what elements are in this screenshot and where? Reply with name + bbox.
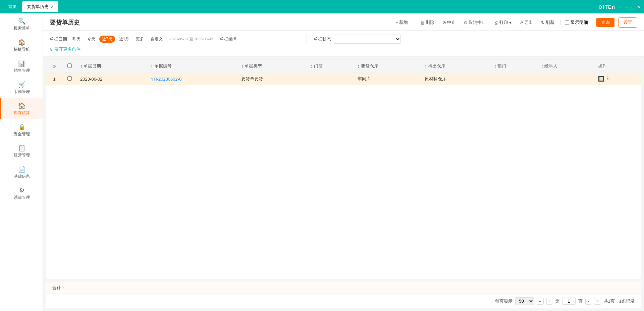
history-tab-label: 要货单历史 bbox=[27, 4, 49, 10]
page-size-select[interactable]: 20 50 100 200 bbox=[515, 297, 534, 305]
settings-col-header[interactable]: ⚙ bbox=[46, 60, 63, 73]
sidebar-item-inventory[interactable]: 🏠 库存核算 bbox=[0, 98, 43, 119]
row-checkbox[interactable] bbox=[67, 76, 72, 81]
date-btn-more[interactable]: 更多 bbox=[133, 36, 147, 43]
reqwarehouse-col-header[interactable]: ↕ 要货仓库 bbox=[354, 60, 421, 73]
pendwarehouse-col-label: ↕ 待出仓库 bbox=[425, 63, 445, 69]
row-store bbox=[307, 73, 354, 85]
no-col-label: ↕ 单据编号 bbox=[151, 63, 172, 69]
purchase-icon: 🛒 bbox=[18, 82, 25, 88]
row-no-link[interactable]: YH-20230602-0 bbox=[151, 77, 182, 82]
delete-button[interactable]: 🗑 删除 bbox=[418, 18, 436, 27]
date-btn-last7days[interactable]: 近7天 bbox=[99, 36, 115, 43]
page-size-label: 每页显示 bbox=[495, 298, 513, 304]
sidebar-item-quicknav[interactable]: 🏠 快捷导航 bbox=[0, 35, 43, 56]
page-input[interactable] bbox=[562, 298, 576, 305]
print-icon: 🖨 bbox=[494, 20, 498, 25]
maximize-btn[interactable]: □ bbox=[632, 4, 634, 9]
last-page-btn[interactable]: » bbox=[594, 298, 601, 305]
row-reqwarehouse: 车间库 bbox=[354, 73, 421, 85]
close-btn[interactable]: ✕ bbox=[637, 4, 641, 9]
next-page-btn[interactable]: › bbox=[585, 298, 591, 305]
print-button[interactable]: 🖨 打印 ▾ bbox=[492, 18, 514, 27]
handler-col-label: ↕ 经手人 bbox=[541, 63, 557, 69]
expand-more-btn[interactable]: ∨ 展开更多条件 bbox=[50, 46, 637, 52]
tab-history[interactable]: 要货单历史 ✕ bbox=[22, 1, 58, 12]
sidebar-item-search[interactable]: 🔍 搜索菜单 bbox=[0, 13, 43, 35]
filter-row: 单据日期 昨天 今天 近7天 近1月 更多 自定义 2023-05-27 至 2… bbox=[50, 35, 637, 44]
sidebar-item-basic[interactable]: 📄 基础信息 bbox=[0, 162, 43, 183]
new-label: 新增 bbox=[399, 19, 408, 26]
finance-icon: 🔒 bbox=[18, 124, 25, 130]
sidebar-label-inventory: 库存核算 bbox=[14, 110, 30, 116]
suspend-button[interactable]: ⊘ 中止 bbox=[440, 18, 458, 27]
chevron-down-icon: ∨ bbox=[50, 47, 53, 52]
sidebar-label-operations: 经营管理 bbox=[14, 152, 30, 158]
query-label: 查询 bbox=[601, 19, 610, 26]
sidebar-label-finance: 资金管理 bbox=[14, 131, 30, 137]
show-detail-checkbox-label[interactable]: 显示明细 bbox=[565, 19, 588, 26]
tab-home[interactable]: 首页 bbox=[3, 1, 21, 12]
sidebar-item-operations[interactable]: 📋 经营管理 bbox=[0, 140, 43, 162]
row-view-icon[interactable]: 🔲 bbox=[598, 76, 604, 82]
query-button[interactable]: 查询 bbox=[596, 18, 614, 27]
date-btn-today[interactable]: 今天 bbox=[85, 36, 98, 43]
sidebar-item-system[interactable]: ⚙ 系统管理 bbox=[0, 183, 43, 204]
dept-col-header[interactable]: ↕ 部门 bbox=[490, 60, 537, 73]
suspend-icon: ⊘ bbox=[442, 20, 446, 25]
sidebar-item-finance[interactable]: 🔒 资金管理 bbox=[0, 119, 43, 140]
prev-page-btn[interactable]: ‹ bbox=[546, 298, 552, 305]
no-col-header[interactable]: ↕ 单据编号 bbox=[147, 60, 237, 73]
first-page-btn[interactable]: « bbox=[537, 298, 544, 305]
date-col-label: ↕ 单据日期 bbox=[80, 63, 101, 69]
sidebar-label-sales: 销售管理 bbox=[14, 68, 30, 74]
status-filter-group: 单据状态 bbox=[314, 35, 401, 44]
export-button[interactable]: ↗ 导出 bbox=[518, 18, 535, 27]
sidebar-item-sales[interactable]: 📊 销售管理 bbox=[0, 56, 43, 77]
delete-label: 删除 bbox=[426, 19, 434, 26]
minimize-btn[interactable]: — bbox=[625, 4, 629, 9]
new-button[interactable]: + 新增 bbox=[393, 18, 410, 27]
sidebar-item-purchase[interactable]: 🛒 采购管理 bbox=[0, 77, 43, 98]
show-detail-checkbox[interactable] bbox=[565, 20, 569, 25]
status-select[interactable] bbox=[334, 35, 401, 44]
refresh-icon: ↻ bbox=[541, 20, 545, 25]
main-layout: 🔍 搜索菜单 🏠 快捷导航 📊 销售管理 🛒 采购管理 🏠 库存核算 🔒 资金管… bbox=[0, 13, 644, 311]
table-body: 1 2023-06-02 YH-20230602-0 要货单要货 车间库 原材料… bbox=[46, 73, 641, 85]
date-col-header[interactable]: ↕ 单据日期 bbox=[76, 60, 147, 73]
close-tab-icon[interactable]: ✕ bbox=[51, 5, 54, 9]
inventory-icon: 🏠 bbox=[18, 103, 25, 109]
pagination: 每页显示 20 50 100 200 « ‹ 第 页 › » 共1页，1条记录 bbox=[46, 294, 641, 308]
basic-icon: 📄 bbox=[18, 166, 25, 172]
delete-icon: 🗑 bbox=[420, 20, 425, 25]
table-header-row: ⚙ ↕ 单据日期 ↕ 单据编号 ↕ 单据类型 bbox=[46, 60, 641, 73]
docno-filter-group: 单据编号 bbox=[220, 35, 307, 43]
row-date: 2023-06-02 bbox=[76, 73, 147, 85]
page-end-label: 页 bbox=[578, 298, 583, 304]
docno-input[interactable] bbox=[240, 35, 307, 43]
sidebar-label-purchase: 采购管理 bbox=[14, 89, 30, 95]
row-more-icon[interactable]: ⠿ bbox=[606, 76, 610, 82]
sidebar-label-search: 搜索菜单 bbox=[14, 26, 30, 31]
select-all-checkbox[interactable] bbox=[67, 63, 72, 68]
date-range-text: 2023-05-27 至 2023-06-02 bbox=[169, 37, 213, 42]
date-btn-yesterday[interactable]: 昨天 bbox=[70, 36, 83, 43]
pendwarehouse-col-header[interactable]: ↕ 待出仓库 bbox=[421, 60, 490, 73]
cancel-suspend-button[interactable]: ⊘ 取消中止 bbox=[462, 18, 488, 27]
type-col-header[interactable]: ↕ 单据类型 bbox=[237, 60, 307, 73]
date-btn-lastmonth[interactable]: 近1月 bbox=[116, 36, 132, 43]
settings-button[interactable]: 设置 bbox=[619, 17, 637, 28]
system-icon: ⚙ bbox=[19, 187, 24, 193]
window-controls: OfTEn — □ ✕ bbox=[598, 4, 641, 10]
suspend-label: 中止 bbox=[447, 19, 456, 26]
row-num: 1 bbox=[46, 73, 63, 85]
docno-filter-label: 单据编号 bbox=[220, 36, 237, 42]
store-col-header[interactable]: ↕ 门店 bbox=[307, 60, 354, 73]
handler-col-header[interactable]: ↕ 经手人 bbox=[537, 60, 594, 73]
reqwarehouse-col-label: ↕ 要货仓库 bbox=[358, 63, 378, 69]
refresh-button[interactable]: ↻ 刷新 bbox=[539, 18, 556, 27]
content-area: 要货单历史 + 新增 🗑 删除 ⊘ 中止 ⊘ 取消中止 bbox=[43, 13, 644, 311]
date-btn-custom[interactable]: 自定义 bbox=[148, 36, 165, 43]
row-pendwarehouse: 原材料仓库 bbox=[421, 73, 490, 85]
checkbox-col-header bbox=[63, 60, 76, 73]
